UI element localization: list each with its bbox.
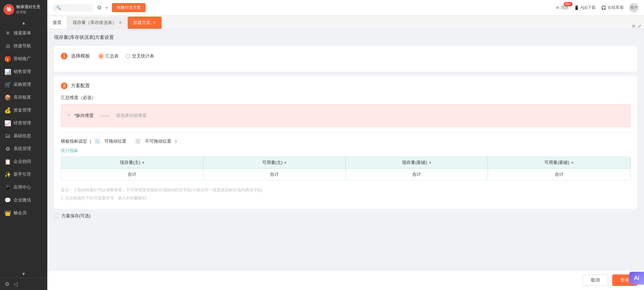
sidebar-item-wechat[interactable]: 💬 企业微信: [0, 194, 47, 207]
headset-icon: 🎧: [601, 5, 606, 10]
ai-button[interactable]: Ai: [629, 272, 644, 285]
stats-header-col3[interactable]: 现存量(基辅) ▾: [346, 157, 488, 169]
business-icon: 📈: [5, 120, 11, 126]
save-option: 方案保存(可选): [54, 213, 637, 219]
search-icon: 🔍: [56, 5, 61, 10]
tab-close-all[interactable]: ✕: [632, 24, 636, 29]
app-download-btn[interactable]: 📱 App下载: [574, 5, 596, 10]
search-menu-icon: ≡: [5, 30, 11, 36]
sidebar-item-app-center[interactable]: 📱 应用中心: [0, 181, 47, 194]
step2-header: 2 方案配置: [61, 82, 630, 89]
sidebar-item-quick-nav[interactable]: ⊙ 快捷导航: [0, 40, 47, 52]
page-content: 现存量(库存状况表)方案设置 1 选择模板 汇总表 交叉统计表: [47, 29, 644, 270]
tab-inventory-close[interactable]: ✕: [119, 20, 122, 25]
sidebar-item-inventory[interactable]: 📦 库存核算: [0, 91, 47, 104]
sidebar-item-member[interactable]: 👑 畅会员: [0, 207, 47, 219]
search-input[interactable]: [63, 5, 90, 10]
message-badge: 99+: [564, 2, 573, 6]
main-area: 🔍 ⚙ ▾ 体验行业方案 ✉ 消息 99+ 📱 App下载 🎧 在线客服 用户: [47, 0, 644, 290]
sidebar-item-search-menu[interactable]: ≡ 搜索菜单: [0, 27, 47, 40]
app-icon: 📱: [5, 184, 11, 190]
home-icon: ⊙: [5, 43, 11, 49]
chevron-down-icon-col2[interactable]: ▾: [284, 161, 287, 165]
hint-line-2: 2. 点击标题栏下拉可设置排序、插入列和删除列: [61, 194, 630, 202]
trial-btn[interactable]: 体验行业方案: [112, 3, 146, 12]
page-title: 现存量(库存状况表)方案设置: [54, 34, 637, 41]
gear-icon[interactable]: ⚙: [97, 4, 102, 11]
stats-header-col2[interactable]: 可用量(主) ▾: [203, 157, 346, 169]
dimension-label: *纵向维度: [74, 113, 94, 119]
sidebar-item-basic[interactable]: 🗂 基础信息: [0, 129, 47, 142]
basic-icon: 🗂: [5, 133, 11, 139]
phone-icon: 📱: [574, 5, 579, 10]
stats-table: 现存量(主) ▾ 可用量(主) ▾ 现存量(基辅) ▾ 可用量(基辅) ▾: [61, 156, 630, 180]
sidebar-item-contract[interactable]: 📋 企业协同: [0, 155, 47, 168]
sidebar-item-purchase[interactable]: 🛒 采购管理: [0, 78, 47, 91]
sidebar-item-new-guide[interactable]: ✨ 新手引导: [0, 168, 47, 181]
message-icon: ✉: [556, 5, 559, 10]
tab-home[interactable]: 首页: [47, 17, 67, 29]
dimension-box[interactable]: * *纵向维度 —— 请选择分组维度: [61, 104, 630, 127]
hint-line-1: 提示： 1.拖动标题栏可以调整布局，不可跨维度或指标区域拖动栏目字段(只能在同一…: [61, 186, 630, 194]
indicator-settings: 模板指标设定（ 可拖动位置 不可拖动位置 ） 统计指标 现存量(主) ▾: [61, 138, 630, 202]
sound-icon[interactable]: ◁: [14, 281, 18, 287]
chevron-down-icon-col4[interactable]: ▾: [571, 161, 573, 165]
system-icon: ⚙: [5, 146, 11, 152]
sidebar-nav: ≡ 搜索菜单 ⊙ 快捷导航 🎁 营销推广 📊 销售管理 🛒 采购管理 📦 库存核…: [0, 27, 47, 270]
sales-icon: 📊: [5, 69, 11, 75]
draggable-label: 可拖动位置: [104, 138, 126, 144]
step1-num: 1: [61, 53, 68, 59]
tab-new-plan-close[interactable]: ✕: [153, 20, 156, 25]
tab-expand[interactable]: ⤢: [638, 24, 641, 29]
non-draggable-tag: [135, 139, 140, 144]
radio-summary[interactable]: 汇总表: [99, 53, 119, 59]
sidebar-item-sales[interactable]: 📊 销售管理: [0, 65, 47, 78]
settings-icon[interactable]: ⚙: [5, 281, 9, 287]
step2-card: 2 方案配置 汇总维度（必选） * *纵向维度 —— 请选择分组维度 模板指标设…: [54, 76, 637, 209]
stats-body-col3: 合计: [346, 169, 488, 180]
sidebar-item-marketing[interactable]: 🎁 营销推广: [0, 52, 47, 65]
contract-icon: 📋: [5, 159, 11, 165]
required-star: *: [68, 113, 70, 118]
stats-body-col4: 合计: [488, 169, 630, 180]
sidebar-item-system[interactable]: ⚙ 系统管理: [0, 142, 47, 155]
gift-icon: 🎁: [5, 56, 11, 62]
logo-icon: 畅: [3, 4, 14, 15]
save-checkbox[interactable]: [54, 214, 59, 218]
indicator-label-row: 模板指标设定（ 可拖动位置 不可拖动位置 ）: [61, 138, 630, 144]
cancel-button[interactable]: 取消: [583, 274, 608, 286]
topbar-right: ✉ 消息 99+ 📱 App下载 🎧 在线客服 用户: [556, 3, 639, 13]
member-icon: 👑: [5, 210, 11, 216]
stats-body-col1: 合计: [61, 169, 203, 180]
stats-header-col4[interactable]: 可用量(基辅) ▾: [488, 157, 630, 169]
tab-new-plan[interactable]: 新建方案 ✕: [128, 17, 162, 29]
chevron-down-icon-col3[interactable]: ▾: [429, 161, 431, 165]
tabbar: 首页 现存量（库存状况表） ✕ 新建方案 ✕ ✕ ⤢: [47, 16, 644, 29]
inventory-icon: 📦: [5, 94, 11, 100]
tabbar-actions: ✕ ⤢: [632, 24, 644, 29]
radio-cross-circle: [125, 54, 130, 58]
purchase-icon: 🛒: [5, 81, 11, 88]
dimension-dash: ——: [100, 113, 109, 118]
tab-inventory-status[interactable]: 现存量（库存状况表） ✕: [67, 17, 128, 29]
section-divider: [61, 132, 630, 133]
service-btn[interactable]: 🎧 在线客服: [601, 5, 624, 10]
dropdown-icon[interactable]: ▾: [106, 5, 108, 10]
topbar: 🔍 ⚙ ▾ 体验行业方案 ✉ 消息 99+ 📱 App下载 🎧 在线客服 用户: [47, 0, 644, 16]
step2-num: 2: [61, 82, 68, 89]
chevron-down-icon-col1[interactable]: ▾: [142, 161, 144, 165]
sidebar-item-finance[interactable]: 💰 资金管理: [0, 104, 47, 117]
search-box[interactable]: 🔍: [53, 4, 93, 11]
stats-title: 统计指标: [61, 148, 630, 154]
stats-header-col1[interactable]: 现存量(主) ▾: [61, 157, 203, 169]
template-radio-group: 汇总表 交叉统计表: [99, 53, 154, 59]
wechat-icon: 💬: [5, 197, 11, 203]
sidebar-scroll-up[interactable]: ▲: [0, 19, 47, 27]
sidebar-scroll-down[interactable]: ▼: [0, 270, 47, 278]
indicator-close-paren: ）: [175, 138, 179, 144]
sidebar-item-business[interactable]: 📈 经营管理: [0, 117, 47, 129]
avatar[interactable]: 用户: [629, 3, 639, 13]
dimension-placeholder: 请选择分组维度: [116, 113, 147, 119]
message-btn[interactable]: ✉ 消息 99+: [556, 5, 569, 10]
radio-cross[interactable]: 交叉统计表: [125, 53, 154, 59]
